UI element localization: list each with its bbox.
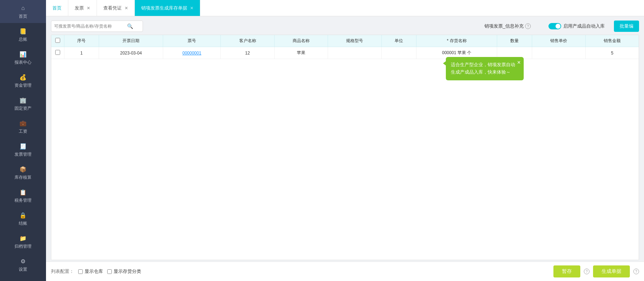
config-label: 列表配置：	[51, 268, 74, 275]
sidebar-label-inventory: 库存核算	[15, 174, 31, 180]
payroll-icon: 💼	[19, 119, 27, 127]
row-checkbox-cell	[51, 47, 64, 59]
save-button[interactable]: 暂存	[553, 265, 580, 277]
sidebar-item-reports[interactable]: 📊 报表中心	[0, 46, 46, 69]
fund-icon: 💰	[19, 73, 27, 81]
sidebar-item-archive[interactable]: 📁 归档管理	[0, 230, 46, 253]
table-header-row: 序号 开票日期 票号 客户名称 商品名称 规格型号 单位 * 存货名称 数量 销…	[51, 35, 639, 47]
cell-unit	[381, 47, 416, 59]
sidebar-label-closing: 结账	[19, 220, 27, 226]
tab-home-label: 首页	[52, 5, 62, 11]
sidebar-label-tax: 税务管理	[15, 197, 31, 203]
tab-sales-invoice-close[interactable]: ✕	[190, 6, 194, 11]
tab-voucher[interactable]: 查看凭证 ✕	[97, 0, 135, 16]
tab-invoice-label: 发票	[75, 5, 84, 11]
sidebar-item-tax[interactable]: 📋 税务管理	[0, 184, 46, 207]
gen-button[interactable]: 生成单据	[593, 265, 630, 277]
category-cb[interactable]	[107, 269, 112, 274]
col-date: 开票日期	[99, 35, 163, 47]
sidebar-label-reports: 报表中心	[15, 59, 31, 65]
tab-bar: 首页 发票 ✕ 查看凭证 ✕ 销项发票生成库存单据 ✕	[46, 0, 644, 16]
save-help-icon[interactable]: ?	[584, 269, 590, 274]
gear-icon: ⚙	[19, 257, 27, 265]
col-checkbox	[51, 35, 64, 47]
sidebar-label-fund: 资金管理	[15, 82, 31, 88]
sidebar-item-fund[interactable]: 💰 资金管理	[0, 69, 46, 92]
col-amount: 销售金额	[586, 35, 639, 47]
col-seq: 序号	[64, 35, 99, 47]
cell-seq: 1	[64, 47, 99, 59]
sidebar-label-ledger: 总账	[19, 36, 27, 42]
sidebar-label-payroll: 工资	[19, 128, 27, 134]
ticket-no-link[interactable]: 00000001	[182, 51, 201, 56]
table-container: 序号 开票日期 票号 客户名称 商品名称 规格型号 单位 * 存货名称 数量 销…	[51, 35, 639, 260]
sidebar-item-guide[interactable]: ▶ 新手引导	[0, 276, 46, 281]
cell-customer: 12	[221, 47, 274, 59]
show-category-label: 显示存货分类	[114, 268, 141, 275]
warehouse-cb[interactable]	[78, 269, 83, 274]
row-checkbox[interactable]	[55, 50, 60, 55]
show-category-checkbox[interactable]: 显示存货分类	[107, 268, 141, 275]
sidebar-item-fixed-assets[interactable]: 🏢 固定资产	[0, 92, 46, 115]
page-wrapper: 🔍 销项发票_信息补充 ? 启用产成品自动入库 批量编	[46, 16, 644, 281]
sidebar-item-settings[interactable]: ⚙ 设置	[0, 253, 46, 276]
cell-date: 2023-03-04	[99, 47, 163, 59]
tab-voucher-label: 查看凭证	[103, 5, 122, 11]
info-text: 销项发票_信息补充	[484, 23, 524, 29]
archive-icon: 📁	[19, 234, 27, 242]
invoice-icon: 🧾	[19, 142, 27, 150]
col-spec: 规格型号	[328, 35, 381, 47]
sidebar-item-inventory[interactable]: 📦 库存核算	[0, 161, 46, 184]
sidebar-item-closing[interactable]: 🔒 结账	[0, 207, 46, 230]
sidebar-label-settings: 设置	[19, 266, 27, 273]
page-content: 🔍 销项发票_信息补充 ? 启用产成品自动入库 批量编	[46, 16, 644, 260]
sidebar-item-general-ledger[interactable]: 📒 总账	[0, 23, 46, 46]
data-table: 序号 开票日期 票号 客户名称 商品名称 规格型号 单位 * 存货名称 数量 销…	[51, 35, 639, 59]
sidebar-item-payroll[interactable]: 💼 工资	[0, 115, 46, 138]
cell-product: 苹果	[274, 47, 328, 59]
show-warehouse-checkbox[interactable]: 显示仓库	[78, 268, 103, 275]
toggle-area: 启用产成品自动入库	[548, 23, 605, 29]
cell-unit-price	[532, 47, 585, 59]
info-label: 销项发票_信息补充 ?	[484, 23, 531, 29]
col-product: 商品名称	[274, 35, 328, 47]
tooltip-text: 适合生产型企业，销项发票自动生成产成品入库，快来体验～	[451, 62, 515, 75]
inventory-icon: 📦	[19, 165, 27, 173]
tab-invoice-close[interactable]: ✕	[87, 6, 90, 11]
cell-spec	[328, 47, 381, 59]
show-warehouse-label: 显示仓库	[85, 268, 103, 275]
home-icon: ⌂	[19, 4, 27, 12]
sidebar-item-invoice-mgmt[interactable]: 🧾 发票管理	[0, 138, 46, 161]
toggle-label: 启用产成品自动入库	[563, 23, 605, 29]
gen-help-icon[interactable]: ?	[633, 269, 639, 274]
batch-button[interactable]: 批量编	[614, 21, 639, 32]
sidebar: ⌂ 首页 📒 总账 📊 报表中心 💰 资金管理 🏢 固定资产 💼 工资 🧾 发票…	[0, 0, 46, 281]
main-area: 首页 发票 ✕ 查看凭证 ✕ 销项发票生成库存单据 ✕ 🔍 销项发票_信息补充	[46, 0, 644, 281]
sidebar-label-assets: 固定资产	[15, 105, 31, 111]
reports-icon: 📊	[19, 50, 27, 58]
search-box[interactable]: 🔍	[51, 21, 143, 32]
tab-sales-invoice-label: 销项发票生成库存单据	[141, 5, 187, 11]
tab-invoice[interactable]: 发票 ✕	[68, 0, 97, 16]
toggle-knob	[556, 24, 560, 29]
tooltip-bubble: ✕ 适合生产型企业，销项发票自动生成产成品入库，快来体验～	[446, 57, 524, 80]
footer-bar: 列表配置： 显示仓库 显示存货分类 暂存 ? 生成单据 ?	[46, 262, 644, 281]
select-all-checkbox[interactable]	[55, 38, 60, 43]
tab-sales-invoice[interactable]: 销项发票生成库存单据 ✕	[135, 0, 200, 16]
sidebar-item-home[interactable]: ⌂ 首页	[0, 0, 46, 23]
tooltip-close-icon[interactable]: ✕	[517, 59, 521, 67]
search-input[interactable]	[54, 24, 125, 29]
closing-icon: 🔒	[19, 211, 27, 219]
col-customer: 客户名称	[221, 35, 274, 47]
tax-icon: 📋	[19, 188, 27, 196]
col-unit: 单位	[381, 35, 416, 47]
info-help-icon[interactable]: ?	[525, 23, 531, 29]
footer-actions: 暂存 ? 生成单据 ?	[553, 265, 639, 277]
search-icon: 🔍	[127, 23, 133, 29]
auto-warehouse-toggle[interactable]	[548, 23, 561, 29]
cell-ticket-no[interactable]: 00000001	[163, 47, 221, 59]
table-row: 1 2023-03-04 00000001 12 苹果 000001 苹果 个 …	[51, 47, 639, 59]
toolbar-row: 🔍 销项发票_信息补充 ? 启用产成品自动入库 批量编	[51, 21, 639, 32]
tab-home[interactable]: 首页	[46, 0, 68, 16]
tab-voucher-close[interactable]: ✕	[125, 6, 128, 11]
